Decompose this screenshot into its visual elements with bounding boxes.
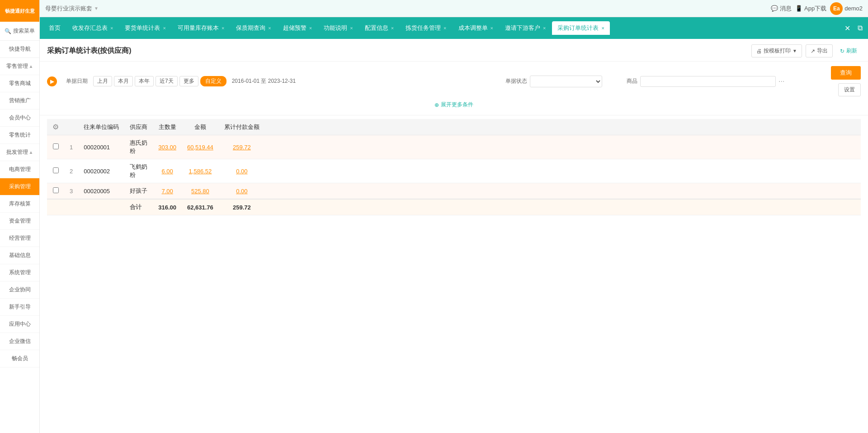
date-btn-this-month[interactable]: 本月 (114, 76, 133, 86)
sidebar-item-retail-stats[interactable]: 零售统计 (0, 127, 39, 144)
filter-goods-group: 商品 ··· (627, 76, 826, 87)
main-qty-link[interactable]: 6.00 (161, 168, 173, 175)
sidebar-item-inventory-check[interactable]: 库存核算 (0, 195, 39, 213)
col-amount: 金额 (182, 119, 219, 135)
amount-link[interactable]: 1,586.52 (189, 168, 212, 175)
sidebar-item-label: 基础信息 (9, 252, 31, 259)
tab-close-icon[interactable]: × (350, 25, 353, 31)
row-checkbox[interactable] (47, 135, 64, 159)
sidebar-item-marketing[interactable]: 营销推广 (0, 92, 39, 109)
chevron-down-icon: ▲ (29, 64, 33, 69)
tab-close-icon[interactable]: × (163, 25, 165, 31)
paid-amount-link[interactable]: 259.72 (233, 144, 251, 151)
footer-main-qty: 316.00 (153, 199, 182, 215)
row-num: 3 (64, 183, 78, 200)
sidebar-item-capital-mgmt[interactable]: 资金管理 (0, 213, 39, 230)
amount-link[interactable]: 525.80 (191, 188, 209, 195)
sidebar-item-vip-member[interactable]: 畅会员 (0, 350, 39, 367)
app-download-button[interactable]: 📱 App下载 (795, 5, 826, 13)
sidebar-item-label: 企业协同 (9, 286, 31, 294)
tab-close-icon[interactable]: × (601, 25, 604, 31)
sidebar-item-enterprise-collab[interactable]: 企业协同 (0, 281, 39, 299)
status-select[interactable] (530, 76, 602, 87)
query-button[interactable]: 查询 (831, 66, 861, 80)
sidebar-item-basic-info[interactable]: 基础信息 (0, 247, 39, 264)
tab-available-stock[interactable]: 可用量库存账本 × (172, 21, 230, 35)
amount-cell: 1,586.52 (182, 159, 219, 183)
tab-close-icon[interactable]: × (491, 25, 493, 31)
sidebar-item-system-mgmt[interactable]: 系统管理 (0, 264, 39, 281)
row-select-checkbox[interactable] (53, 143, 59, 149)
tab-warranty-query[interactable]: 保质期查询 × (231, 21, 276, 35)
settings-button[interactable]: 设置 (838, 83, 861, 96)
date-btn-this-year[interactable]: 本年 (135, 76, 154, 86)
main-qty-link[interactable]: 303.00 (158, 144, 176, 151)
tab-close-icon[interactable]: × (391, 25, 394, 31)
sidebar-item-retail-mall[interactable]: 零售商城 (0, 75, 39, 92)
print-button[interactable]: 🖨 按模板打印 ▼ (751, 44, 802, 57)
tab-close-icon[interactable]: × (268, 25, 271, 31)
tab-recv-send[interactable]: 收发存汇总表 × (67, 21, 118, 35)
tab-close-icon[interactable]: × (110, 25, 113, 31)
tab-order-stats[interactable]: 要货单统计表 × (119, 21, 171, 35)
sidebar-item-enterprise-wechat[interactable]: 企业微信 (0, 333, 39, 350)
search-menu-button[interactable]: 🔍 搜索菜单 (3, 25, 37, 37)
amount-link[interactable]: 60,519.44 (187, 144, 213, 151)
paid-amount-link[interactable]: 0.00 (236, 188, 247, 195)
tab-label: 收发存汇总表 (72, 24, 108, 32)
workspace-dropdown-icon[interactable]: ▼ (94, 6, 99, 11)
refresh-button[interactable]: ↻ 刷新 (836, 45, 861, 57)
paid-amount-link[interactable]: 0.00 (236, 168, 247, 175)
app-logo: 畅捷通好生意 (0, 0, 39, 22)
tab-home[interactable]: 首页 (43, 21, 66, 35)
column-settings-icon[interactable]: ⚙ (52, 123, 59, 131)
tab-label: 采购订单统计表 (557, 24, 599, 32)
date-btn-more[interactable]: 更多 (179, 76, 198, 86)
row-select-checkbox[interactable] (53, 187, 59, 193)
sidebar-item-new-guide[interactable]: 新手引导 (0, 299, 39, 316)
sidebar-item-member-center[interactable]: 会员中心 (0, 109, 39, 127)
col-paid-amount: 累计付款金额 (219, 119, 265, 135)
tab-config-info[interactable]: 配置信息 × (359, 21, 399, 35)
sidebar-item-wholesale-mgmt[interactable]: 批发管理 ▲ (0, 144, 39, 161)
goods-input[interactable] (640, 76, 776, 87)
tab-close-icon[interactable]: × (443, 25, 446, 31)
row-checkbox[interactable] (47, 183, 64, 200)
export-button[interactable]: ↗ 导出 (806, 44, 833, 57)
tab-pick-task-mgmt[interactable]: 拣货任务管理 × (400, 21, 452, 35)
restore-window-button[interactable]: ⧉ (856, 22, 864, 34)
sidebar-item-retail-mgmt[interactable]: 零售管理 ▲ (0, 58, 39, 75)
date-btn-custom[interactable]: 自定义 (200, 76, 226, 86)
filter-toggle-arrow[interactable]: ▶ (47, 76, 57, 86)
sidebar-item-operations-mgmt[interactable]: 经营管理 (0, 230, 39, 247)
date-btn-last-month[interactable]: 上月 (93, 76, 112, 86)
sidebar-item-shortcut[interactable]: 快捷导航 (0, 41, 39, 58)
tab-close-icon[interactable]: × (543, 25, 546, 31)
supplier-name-cell: 惠氏奶粉 (124, 135, 153, 159)
message-button[interactable]: 💬 消息 (771, 5, 792, 13)
tab-func-desc[interactable]: 功能说明 × (318, 21, 358, 35)
tab-invite-downstream[interactable]: 邀请下游客户 × (500, 21, 551, 35)
tab-cost-adjust[interactable]: 成本调整单 × (453, 21, 499, 35)
row-checkbox[interactable] (47, 159, 64, 183)
row-select-checkbox[interactable] (53, 167, 59, 173)
tab-close-icon[interactable]: × (309, 25, 312, 31)
tab-bar: 首页收发存汇总表 ×要货单统计表 ×可用量库存账本 ×保质期查询 ×超储预警 ×… (40, 17, 868, 39)
goods-more-icon[interactable]: ··· (778, 77, 784, 86)
main-qty-link[interactable]: 7.00 (161, 188, 173, 195)
expand-conditions-button[interactable]: ⊕ 展开更多条件 (434, 101, 473, 109)
tab-close-icon[interactable]: × (222, 25, 224, 31)
amount-cell: 525.80 (182, 183, 219, 200)
sidebar-item-ecommerce-mgmt[interactable]: 电商管理 (0, 161, 39, 178)
date-btn-7days[interactable]: 近7天 (156, 76, 178, 86)
tab-label: 配置信息 (365, 24, 388, 32)
sidebar-item-app-center[interactable]: 应用中心 (0, 316, 39, 333)
date-filter-label: 单据日期 (66, 77, 88, 85)
close-all-tabs-button[interactable]: ✕ (843, 22, 852, 34)
sidebar-item-purchase-mgmt[interactable]: 采购管理 (0, 178, 39, 195)
message-icon: 💬 (771, 5, 778, 12)
user-menu-button[interactable]: Ea demo2 (830, 2, 863, 15)
tab-purchase-order-stats[interactable]: 采购订单统计表 × (552, 21, 609, 35)
tab-over-stock-warning[interactable]: 超储预警 × (278, 21, 317, 35)
row-extra (265, 183, 861, 200)
